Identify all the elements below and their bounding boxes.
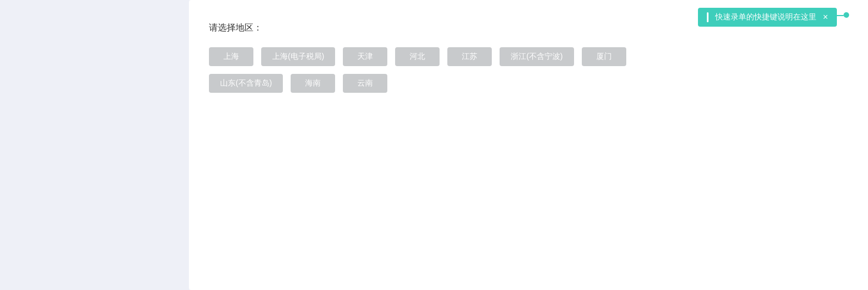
- region-buttons-row-2: 山东(不含青岛)海南云南: [209, 74, 848, 93]
- region-button[interactable]: 上海(电子税局): [261, 47, 335, 66]
- region-button[interactable]: 海南: [291, 74, 335, 93]
- tooltip-banner: 快速录单的快捷键说明在这里 ×: [698, 8, 837, 27]
- tooltip-dot: [844, 12, 849, 18]
- tooltip-text: 快速录单的快捷键说明在这里: [715, 12, 816, 22]
- tooltip-line: [836, 15, 844, 16]
- tooltip-bar: [707, 12, 709, 22]
- region-button[interactable]: 云南: [343, 74, 387, 93]
- tooltip-close-button[interactable]: ×: [823, 12, 828, 22]
- region-button[interactable]: 厦门: [582, 47, 626, 66]
- region-button[interactable]: 河北: [395, 47, 440, 66]
- region-button[interactable]: 上海: [209, 47, 253, 66]
- region-button[interactable]: 浙江(不含宁波): [500, 47, 573, 66]
- main-content: 请选择地区： 上海上海(电子税局)天津河北江苏浙江(不含宁波)厦门 山东(不含青…: [189, 0, 868, 290]
- sidebar: [0, 0, 189, 290]
- region-button[interactable]: 江苏: [447, 47, 492, 66]
- region-button[interactable]: 天津: [343, 47, 387, 66]
- region-button[interactable]: 山东(不含青岛): [209, 74, 283, 93]
- region-buttons-row-1: 上海上海(电子税局)天津河北江苏浙江(不含宁波)厦门: [209, 47, 848, 66]
